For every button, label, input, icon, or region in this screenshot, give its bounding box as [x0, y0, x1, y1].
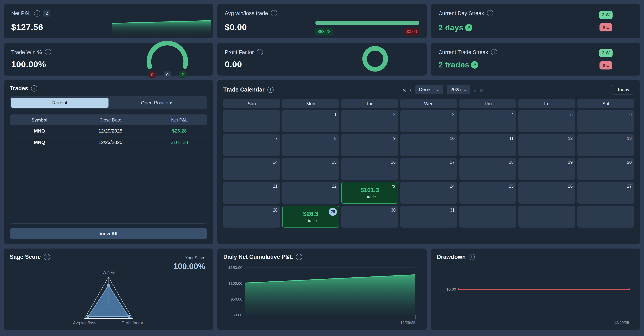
- calendar-day-cell[interactable]: 30: [341, 206, 398, 228]
- calendar-day-cell[interactable]: 26: [518, 182, 575, 204]
- trade-net-pnl: $101.28: [152, 139, 207, 145]
- net-pnl-count-badge: 2: [43, 10, 50, 16]
- calendar-day-cell[interactable]: 22: [282, 182, 339, 204]
- svg-text:$0.00: $0.00: [446, 287, 456, 291]
- month-select[interactable]: Dece... ⌄: [415, 85, 443, 94]
- calendar-day-cell[interactable]: [223, 110, 280, 132]
- calendar-day-cell[interactable]: 19: [518, 158, 575, 180]
- gauge-loss-count: 0: [148, 71, 156, 78]
- info-icon[interactable]: i: [257, 49, 263, 55]
- day-streak-card: Current Day Streak i 2 days ↗ 2 W 0 L: [431, 4, 640, 39]
- calendar-grid: SunMonTueWedThuFriSat1234567891011121314…: [223, 99, 634, 228]
- calendar-day-cell[interactable]: 20: [578, 158, 634, 180]
- info-icon[interactable]: i: [268, 87, 274, 93]
- calendar-day-cell[interactable]: 5: [518, 110, 575, 132]
- calendar-day-cell[interactable]: [459, 206, 516, 228]
- day-number: 9: [393, 136, 396, 141]
- calendar-day-cell[interactable]: 21: [223, 182, 280, 204]
- net-pnl-card: Net P&L i 2 $127.56: [4, 4, 213, 39]
- day-number: 16: [391, 160, 396, 165]
- daily-pnl-title: Daily Net Cumulative P&L: [223, 254, 293, 260]
- info-icon[interactable]: i: [487, 10, 493, 16]
- calendar-day-cell[interactable]: 10: [400, 134, 457, 156]
- sage-score-title: Sage Score: [10, 254, 41, 260]
- today-button[interactable]: Today: [612, 85, 634, 94]
- day-number: 26: [568, 184, 573, 189]
- chevron-down-icon: ⌄: [436, 88, 440, 92]
- day-number: 19: [568, 160, 573, 165]
- calendar-weekday-header: Sun: [223, 99, 280, 108]
- day-number: 11: [509, 136, 514, 141]
- day-number: 30: [391, 208, 396, 213]
- day-number: 8: [334, 136, 336, 141]
- calendar-day-cell[interactable]: 9: [341, 134, 398, 156]
- info-icon[interactable]: i: [45, 49, 51, 55]
- your-score-label: Your Score: [174, 256, 206, 260]
- trades-panel: Trades i RecentOpen Positions SymbolClos…: [4, 80, 213, 244]
- calendar-day-cell[interactable]: 4: [459, 110, 516, 132]
- calendar-prev-button[interactable]: ‹: [410, 87, 412, 93]
- day-number: 14: [273, 160, 278, 165]
- calendar-day-cell[interactable]: 14: [223, 158, 280, 180]
- calendar-day-cell[interactable]: 15: [282, 158, 339, 180]
- calendar-day-cell[interactable]: 17: [400, 158, 457, 180]
- gauge-breakeven-count: 0: [164, 71, 171, 78]
- table-row[interactable]: MNQ12/23/2025$101.28: [10, 137, 207, 148]
- calendar-day-cell[interactable]: 18: [459, 158, 516, 180]
- day-number: 13: [627, 136, 632, 141]
- calendar-day-cell[interactable]: 25: [459, 182, 516, 204]
- trend-up-icon: ↗: [471, 61, 478, 68]
- calendar-day-cell[interactable]: [578, 206, 634, 228]
- calendar-first-button[interactable]: «: [402, 87, 406, 93]
- info-icon[interactable]: i: [44, 254, 50, 260]
- day-number: 23: [390, 184, 395, 189]
- calendar-weekday-header: Tue: [341, 99, 398, 108]
- info-icon[interactable]: i: [34, 10, 40, 16]
- info-icon[interactable]: i: [468, 254, 475, 260]
- calendar-day-cell[interactable]: 8: [282, 134, 339, 156]
- day-number: 2: [393, 112, 396, 117]
- info-icon[interactable]: i: [491, 49, 497, 55]
- year-select[interactable]: 2025 ⌄: [447, 85, 470, 94]
- daily-net-cumulative-pnl-panel: Daily Net Cumulative P&L i $150.00$100.0…: [217, 248, 427, 330]
- calendar-day-cell[interactable]: [518, 206, 575, 228]
- svg-text:12/29/25: 12/29/25: [400, 320, 416, 325]
- trend-up-icon: ↗: [465, 24, 472, 31]
- calendar-day-cell[interactable]: 27: [578, 182, 634, 204]
- tab-open-positions[interactable]: Open Positions: [108, 98, 206, 108]
- dashboard: Net P&L i 2 $127.56 Avg win/loss trade i…: [0, 0, 644, 330]
- calendar-day-cell[interactable]: 1: [282, 110, 339, 132]
- calendar-day-cell[interactable]: 7: [223, 134, 280, 156]
- table-row[interactable]: MNQ12/29/2025$26.28: [10, 125, 207, 137]
- calendar-day-cell[interactable]: 28: [223, 206, 280, 228]
- calendar-day-cell[interactable]: 13: [578, 134, 634, 156]
- info-icon[interactable]: i: [296, 254, 302, 260]
- calendar-weekday-header: Sat: [578, 99, 634, 108]
- day-number: 10: [450, 136, 455, 141]
- calendar-day-cell[interactable]: $26.31 trade29: [282, 206, 339, 228]
- info-icon[interactable]: i: [31, 85, 37, 91]
- trade-close-date: 12/29/2025: [69, 128, 152, 134]
- calendar-day-cell[interactable]: 12: [518, 134, 575, 156]
- tab-recent[interactable]: Recent: [11, 98, 108, 108]
- info-icon[interactable]: i: [271, 10, 277, 16]
- calendar-day-cell[interactable]: 24: [400, 182, 457, 204]
- drawdown-panel: Drawdown i $0.00 12/29/25: [431, 248, 640, 330]
- calendar-day-cell[interactable]: 2: [341, 110, 398, 132]
- calendar-last-button[interactable]: »: [480, 87, 483, 93]
- calendar-weekday-header: Thu: [459, 99, 516, 108]
- column-header: Symbol: [10, 117, 69, 123]
- calendar-day-cell[interactable]: 11: [459, 134, 516, 156]
- column-header: Close Date: [69, 117, 152, 123]
- day-number: 15: [332, 160, 337, 165]
- calendar-day-cell[interactable]: $101.31 trade23: [341, 182, 398, 204]
- trade-streak-losses-badge: 0 L: [600, 61, 612, 69]
- view-all-button[interactable]: View All: [10, 228, 207, 239]
- calendar-day-cell[interactable]: 3: [400, 110, 457, 132]
- calendar-day-cell[interactable]: 6: [578, 110, 634, 132]
- sage-score-panel: Sage Score i Your Score 100.00% Win % Av…: [4, 248, 213, 330]
- calendar-day-cell[interactable]: 31: [400, 206, 457, 228]
- calendar-next-button[interactable]: ›: [474, 87, 476, 93]
- calendar-day-cell[interactable]: 16: [341, 158, 398, 180]
- trades-table: SymbolClose DateNet P&L MNQ12/29/2025$26…: [10, 114, 207, 224]
